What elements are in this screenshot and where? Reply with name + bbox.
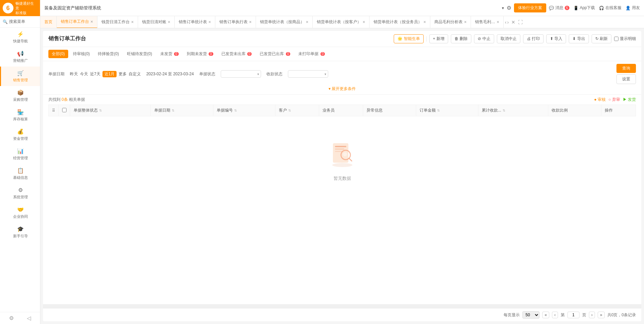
maximize-icon[interactable]: ⛶ [517,19,524,25]
sidebar-item-enterprise[interactable]: 🤝 企业协同 [0,203,40,222]
th-check[interactable] [59,105,70,116]
sidebar-item-quick-nav[interactable]: ⚡ 快捷导航 [0,28,40,47]
subtab-all[interactable]: 全部(0) [48,50,68,58]
sidebar-item-finance[interactable]: 💰 资金管理 [0,125,40,145]
tab-close-sales-product[interactable]: ✕ [306,20,308,24]
sub-tabs: 全部(0) 待审核(0) 待择验货(0) 旺铺待发货(0) 未发货 0 到期未发… [43,47,641,61]
tab-product-margin[interactable]: 商品毛利分析表 ✕ [430,16,471,28]
sidebar-item-marketing[interactable]: 📢 营销推广 [0,47,40,67]
subtab-shipped-not-out[interactable]: 已发货未出库 0 [218,50,255,58]
sort-icon-number[interactable]: ⇅ [234,109,237,112]
sort-icon-customer[interactable]: ⇅ [288,109,291,112]
query-button[interactable]: 查询 [616,64,636,73]
tab-sales-profit[interactable]: 销售毛利… ✕ [471,16,504,28]
settings-gear-icon[interactable]: ⚙ [507,5,511,11]
print-button[interactable]: 🖨 打印 [523,34,544,43]
subtab-unshipped[interactable]: 未发货 0 [157,50,182,58]
horizontal-scrollbar[interactable] [43,304,641,308]
stop-button[interactable]: ⊘ 中止 [474,34,494,43]
tab-sales-staff[interactable]: 销货单统计表（按业务员） ✕ [370,16,430,28]
subtab-unprinted[interactable]: 未打印单据 0 [295,50,328,58]
tab-sales-exec[interactable]: 销售订单执行表 ✕ [215,16,256,28]
next-page-button[interactable]: › [589,312,595,318]
tab-sales-product[interactable]: 销货单统计表（按商品） ✕ [256,16,313,28]
tab-close-sales-stat[interactable]: ✕ [208,20,211,24]
subtab-expired-unshipped[interactable]: 到期未发货 0 [183,50,217,58]
tabs-next-icon[interactable]: › [507,19,509,25]
tab-home[interactable]: 首页 [40,16,57,28]
close-all-tabs-icon[interactable]: ✕ [510,19,517,25]
add-button[interactable]: + 新增 [429,34,448,43]
app-download-btn[interactable]: 📱 App下载 [573,5,595,11]
sort-icon-status[interactable]: ⇅ [99,109,102,112]
search-menu[interactable]: 🔍 搜索菜单 [0,16,40,28]
select-all-checkbox[interactable] [62,108,67,112]
date-btn-today[interactable]: 今天 [80,71,88,77]
sidebar-item-sales[interactable]: 🛒 销售管理 [0,67,40,86]
sidebar-item-system[interactable]: ⚙ 系统管理 [0,184,40,203]
current-page-input[interactable] [567,312,579,318]
expand-filter-button[interactable]: ▾ 展开更多条件 [329,86,356,92]
smart-generate-button[interactable]: 🌟 智能生单 [394,34,423,43]
settings-button[interactable]: 设置 [616,74,636,84]
marketing-icon: 📢 [17,50,24,57]
sidebar-item-operations[interactable]: 📊 经营管理 [0,145,40,164]
ship-action[interactable]: ▶ 发货 [623,97,636,103]
subtab-shipped-out[interactable]: 已发货已出库 0 [256,50,294,58]
sidebar-item-purchase[interactable]: 📦 采购管理 [0,86,40,106]
status-select-wrap [221,70,261,78]
cancel-review-action[interactable]: ○ 弃审 [608,97,620,103]
date-btn-7days[interactable]: 近7天 [90,71,100,77]
sidebar-item-base-info[interactable]: 📋 基础信息 [0,164,40,184]
sort-icon-date[interactable]: ⇅ [172,109,174,112]
system-dropdown[interactable]: ▾ [502,6,504,10]
last-page-button[interactable]: » [598,312,605,318]
cancel-stop-button[interactable]: 取消中止 [497,34,520,43]
refresh-button[interactable]: ↻ 刷新 [592,34,611,43]
content-inner: 销售订单工作台 🌟 智能生单 + 新增 🗑 删除 ⊘ 中止 取消中止 🖨 打印 … [43,31,641,321]
tab-close-product-margin[interactable]: ✕ [464,20,467,24]
review-action[interactable]: ● 审核 [594,97,606,103]
tab-close-cash-reconcile[interactable]: ✕ [168,20,170,24]
sidebar-item-inventory[interactable]: 🏪 库存核算 [0,106,40,125]
prev-page-button[interactable]: ‹ [552,312,558,318]
payment-select[interactable] [288,70,328,78]
tab-sales-customer[interactable]: 销货单统计表（按客户） ✕ [313,16,370,28]
status-select[interactable] [221,70,261,78]
export-button[interactable]: ⬇ 导出 [569,34,589,43]
detail-checkbox-input[interactable] [614,37,618,41]
tab-close-sales-staff[interactable]: ✕ [423,20,426,24]
tab-sales-stat[interactable]: 销售订单统计表 ✕ [175,16,215,28]
tab-close-sales-workbench[interactable]: ✕ [90,20,93,24]
content-area: 销售订单工作台 🌟 智能生单 + 新增 🗑 删除 ⊘ 中止 取消中止 🖨 打印 … [40,28,644,324]
tab-close-cash-daily[interactable]: ✕ [131,20,134,24]
user-menu-btn[interactable]: 👤 用友 [626,5,640,11]
date-btn-more[interactable]: 更多 [119,71,127,77]
page-size-select[interactable]: 20 50 100 [522,311,540,319]
sidebar-item-guide[interactable]: 🎓 新手引导 [0,222,40,242]
tab-sales-workbench[interactable]: 销售订单工作台 ✕ [57,16,97,28]
tab-cash-reconcile[interactable]: 钱货日清对账 ✕ [138,16,175,28]
date-btn-yesterday[interactable]: 昨天 [70,71,78,77]
date-btn-1month[interactable]: 近1月 [102,71,117,77]
delete-button[interactable]: 🗑 删除 [451,34,471,43]
subtab-pending-review[interactable]: 待审核(0) [70,50,93,58]
sort-icon-amount[interactable]: ⇅ [437,109,440,112]
tab-close-sales-profit[interactable]: ✕ [497,20,499,24]
collapse-icon[interactable]: ◁ [27,315,31,321]
first-page-button[interactable]: « [542,312,549,318]
online-service-btn[interactable]: 🎧 在线客服 [599,5,621,11]
tab-close-sales-customer[interactable]: ✕ [362,20,365,24]
settings-icon[interactable]: ⚙ [9,315,14,321]
trial-button[interactable]: 体验行业方案 [514,3,546,12]
tab-close-sales-exec[interactable]: ✕ [249,20,252,24]
sort-icon-collected[interactable]: ⇅ [503,109,505,112]
tab-cash-daily[interactable]: 钱货日清工作台 ✕ [97,16,138,28]
tabs-prev-icon[interactable]: ‹ [505,19,507,25]
date-btn-custom[interactable]: 自定义 [129,71,141,77]
subtab-pending-inspect[interactable]: 待择验货(0) [94,50,122,58]
import-button[interactable]: ⬆ 导入 [546,34,566,43]
message-btn[interactable]: 💬 消息 6 [549,5,569,11]
show-detail-checkbox[interactable]: 显示明细 [614,36,636,42]
subtab-wangpu-ship[interactable]: 旺铺待发货(0) [124,50,156,58]
